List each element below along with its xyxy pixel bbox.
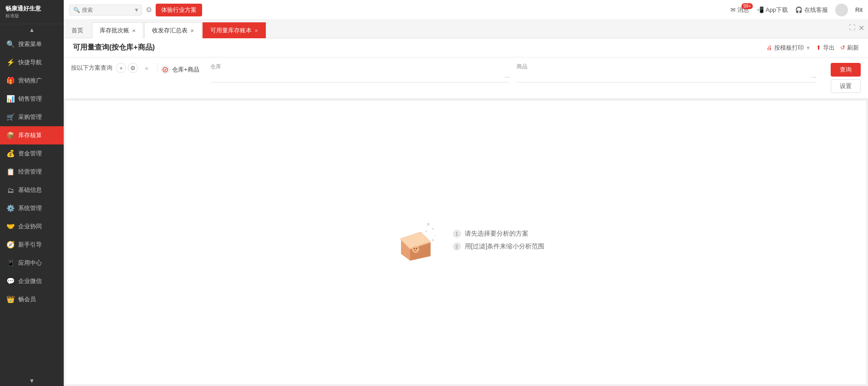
settings-button[interactable]: 设置 [831,79,861,93]
sidebar-item-label: 系统管理 [18,204,42,212]
refresh-btn[interactable]: ↺ 刷新 [840,44,859,52]
tab-close-all-icon[interactable]: ✕ [858,24,864,32]
sidebar-scroll-up[interactable]: ▲ [0,24,64,35]
sidebar-item-system[interactable]: ⚙️ 系统管理 [0,199,64,217]
print-icon: 🖨 [766,44,772,51]
scheme-item-label: 仓库+商品 [172,66,199,74]
tip-item-2: 2 用[过滤]条件来缩小分析范围 [453,242,545,251]
scheme-icon-group: + ⚙ [116,63,138,73]
svg-point-1 [427,223,430,226]
sidebar-item-label: 新手引导 [18,241,42,249]
tab-available-label: 可用量库存账本 [210,26,252,35]
sidebar: 畅康通好生意 标准版 ▲ 🔍 搜索菜单 ⚡ 快捷导航 🎁 营销推广 📊 销售管理… [0,0,64,386]
sidebar-item-operation[interactable]: 📋 经营管理 [0,163,64,181]
tab-summary[interactable]: 收发存汇总表 ✕ [144,22,202,38]
goods-more-btn[interactable]: ··· [812,74,816,80]
svg-point-10 [416,248,417,249]
svg-point-12 [434,235,436,237]
tab-available[interactable]: 可用量库存账本 ✕ [203,22,266,38]
message-badge: 99+ [741,3,753,9]
warehouse-input[interactable] [210,73,503,80]
tip-item-1: 1 请先选择要分析的方案 [453,230,545,238]
sidebar-item-search[interactable]: 🔍 搜索菜单 [0,35,64,53]
warehouse-label: 仓库 [210,63,510,71]
tab-summary-close[interactable]: ✕ [190,28,194,33]
filter-warehouse: 仓库 ··· [210,63,510,82]
export-btn[interactable]: ⬆ 导出 [816,44,835,52]
username[interactable]: Rit [855,6,863,13]
page-header: 可用量查询(按仓库+商品) 🖨 按模板打印 ▼ ⬆ 导出 ↺ 刷新 [64,38,868,57]
shortcut-icon: ⚡ [6,58,15,67]
tab-expand-icon[interactable]: ⛶ [849,24,855,31]
sidebar-item-label: 企业微信 [18,277,42,285]
sidebar-item-enterprise[interactable]: 🤝 企业协同 [0,217,64,236]
empty-state: 1 请先选择要分析的方案 2 用[过滤]条件来缩小分析范围 [66,101,866,384]
scheme-label: 按以下方案查询 [71,64,112,72]
tab-home[interactable]: 首页 [64,22,91,38]
gift-icon: 🎁 [6,77,15,85]
industry-btn[interactable]: 体验行业方案 [156,4,202,16]
topbar: 🔍 ▼ ⚙ 体验行业方案 ✉ 消息 99+ 📲 App下载 🎧 在线客服 Rit [64,0,868,20]
tab-summary-label: 收发存汇总表 [152,26,188,35]
sidebar-item-inventory[interactable]: 📦 库存核算 [0,126,64,144]
print-btn[interactable]: 🖨 按模板打印 ▼ [766,44,811,52]
tab-batch-label: 库存批次账 [100,26,129,35]
tab-available-close[interactable]: ✕ [254,28,258,33]
sidebar-item-label: 销售管理 [18,95,42,103]
query-button[interactable]: 查询 [831,63,861,77]
sidebar-item-label: 企业协同 [18,222,42,231]
svg-point-2 [432,228,434,230]
online-service-btn[interactable]: 🎧 在线客服 [795,6,828,14]
manage-scheme-btn[interactable]: ⚙ [128,63,138,73]
main-area: 🔍 ▼ ⚙ 体验行业方案 ✉ 消息 99+ 📲 App下载 🎧 在线客服 Rit [64,0,868,386]
collapse-filter-btn[interactable]: « [142,63,152,73]
money-icon: 💰 [6,149,15,158]
sidebar-item-label: 营销推广 [18,77,42,85]
sidebar-logo: 畅康通好生意 标准版 [0,0,64,24]
chevron-down-icon[interactable]: ▼ [134,7,139,13]
sidebar-item-wechat[interactable]: 💬 企业微信 [0,272,64,290]
filter-actions: 查询 设置 [823,63,861,93]
box-illustration [387,215,442,270]
refresh-label: 刷新 [847,44,859,52]
message-btn[interactable]: ✉ 消息 99+ [731,6,749,14]
content-area: 可用量查询(按仓库+商品) 🖨 按模板打印 ▼ ⬆ 导出 ↺ 刷新 [64,38,868,386]
svg-point-11 [431,239,434,242]
search-input[interactable] [82,7,132,13]
settings-icon[interactable]: ⚙ [146,5,152,14]
svg-point-8 [412,246,419,253]
sidebar-item-sales[interactable]: 📊 销售管理 [0,90,64,108]
sidebar-scroll-down[interactable]: ▼ [0,375,64,386]
message-icon: ✉ [731,6,736,13]
avatar [835,4,848,16]
add-scheme-btn[interactable]: + [116,63,126,73]
goods-input[interactable] [517,73,810,80]
sidebar-item-label: 搜索菜单 [18,40,42,48]
warehouse-more-btn[interactable]: ··· [505,74,509,80]
gear-icon: ⚙️ [6,204,15,212]
sidebar-item-finance[interactable]: 💰 资金管理 [0,144,64,163]
sidebar-item-label: 应用中心 [18,259,42,267]
topbar-search-box[interactable]: 🔍 ▼ [69,5,142,15]
sidebar-item-member[interactable]: 👑 畅会员 [0,290,64,309]
chart-icon: 📊 [6,95,15,103]
tab-batch-close[interactable]: ✕ [132,28,136,33]
sidebar-item-purchase[interactable]: 🛒 采购管理 [0,108,64,126]
phone-download-icon: 📲 [756,6,764,13]
sidebar-item-appstore[interactable]: 📱 应用中心 [0,254,64,272]
sidebar-item-basic[interactable]: 🗂 基础信息 [0,181,64,199]
sidebar-item-shortcut[interactable]: ⚡ 快捷导航 [0,53,64,72]
sidebar-item-marketing[interactable]: 🎁 营销推广 [0,72,64,90]
scheme-warehouse-goods[interactable]: 仓库+商品 [157,63,203,77]
service-label: 在线客服 [804,6,828,14]
logo-title: 畅康通好生意 [5,5,58,13]
page-actions: 🖨 按模板打印 ▼ ⬆ 导出 ↺ 刷新 [766,44,859,52]
svg-point-3 [425,230,427,232]
tip-text-2: 用[过滤]条件来缩小分析范围 [465,242,545,251]
sidebar-item-guide[interactable]: 🧭 新手引导 [0,236,64,254]
app-download-btn[interactable]: 📲 App下载 [756,6,788,14]
tab-batch[interactable]: 库存批次账 ✕ [92,22,143,38]
headset-icon: 🎧 [795,6,802,13]
topbar-right: ✉ 消息 99+ 📲 App下载 🎧 在线客服 Rit [731,4,863,16]
goods-label: 商品 [517,63,816,71]
